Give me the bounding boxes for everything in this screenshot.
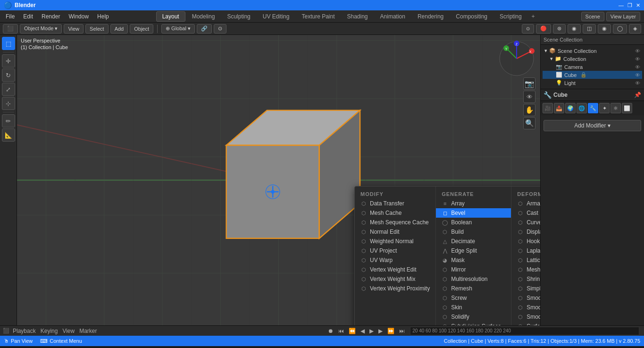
tab-uv-editing[interactable]: UV Editing: [257, 11, 295, 22]
prop-tab-object[interactable]: ⬜: [622, 103, 632, 113]
modifier-array[interactable]: ≡ Array: [436, 199, 511, 208]
scene-selector[interactable]: Scene: [581, 12, 604, 21]
tab-modeling[interactable]: Modeling: [186, 11, 221, 22]
prop-tab-render[interactable]: 🎥: [543, 103, 553, 113]
shading-rendered[interactable]: ◈: [629, 24, 641, 34]
modifier-curve[interactable]: ⬡ Curve: [511, 218, 540, 227]
next-keyframe-btn[interactable]: ⏩: [386, 328, 396, 334]
minimize-button[interactable]: —: [619, 2, 624, 8]
prop-tab-world[interactable]: 🌐: [577, 103, 587, 113]
modifier-decimate[interactable]: △ Decimate: [436, 237, 511, 246]
properties-pin[interactable]: 📌: [634, 92, 641, 98]
prop-tab-scene[interactable]: 🌍: [565, 103, 576, 113]
modifier-bevel[interactable]: ◻ Bevel: [436, 208, 511, 218]
cube-item[interactable]: ⬜ Cube 🔒 👁: [543, 71, 642, 79]
light-item[interactable]: 💡 Light 👁: [543, 79, 642, 87]
prop-tab-output[interactable]: 📤: [554, 103, 564, 113]
modifier-multiresolution[interactable]: ⬡ Multiresolution: [436, 274, 511, 284]
tool-select[interactable]: ⬚: [2, 37, 15, 50]
modifier-mask[interactable]: ◕ Mask: [436, 255, 511, 265]
view-layer-selector[interactable]: View Layer: [606, 12, 640, 21]
prev-keyframe-btn[interactable]: ⏪: [347, 328, 357, 334]
tool-measure[interactable]: 📐: [2, 128, 15, 142]
modifier-surface-deform[interactable]: ⬡ Surface Deform: [511, 322, 540, 325]
modifier-simple-deform[interactable]: ⬡ Simple Deform: [511, 284, 540, 293]
modifier-normal-edit[interactable]: ⬡ Normal Edit: [355, 227, 435, 237]
viewport-gizmo[interactable]: X Y Z: [498, 40, 535, 79]
gizmo-toggle[interactable]: ⊙: [522, 24, 534, 34]
editor-type[interactable]: ⬛: [3, 24, 18, 34]
modifier-mesh-cache[interactable]: ⬡ Mesh Cache: [355, 208, 435, 218]
transform-global[interactable]: ⊕ Global ▾: [161, 24, 195, 34]
modifier-vertex-weight-mix[interactable]: ⬡ Vertex Weight Mix: [355, 274, 435, 284]
modifier-remesh[interactable]: ⬡ Remesh: [436, 284, 511, 293]
modifier-smooth-laplacian[interactable]: ⬡ Smooth Laplacian: [511, 312, 540, 322]
timeline-ruler[interactable]: 20 40 60 80 100 120 140 160 180 200 220 …: [410, 327, 639, 335]
prop-tab-physics[interactable]: ⚛: [611, 103, 621, 113]
camera-item[interactable]: 📷 Camera 👁: [543, 63, 642, 71]
object-menu[interactable]: Object: [130, 24, 153, 34]
modifier-cast[interactable]: ⬡ Cast: [511, 208, 540, 218]
jump-start-btn[interactable]: ⏮: [337, 328, 345, 334]
jump-end-btn[interactable]: ⏭: [398, 328, 406, 334]
tool-scale[interactable]: ⤢: [2, 83, 15, 96]
xray-toggle[interactable]: ◉: [568, 24, 581, 34]
overlay-toggle[interactable]: ⊛: [553, 24, 566, 34]
shading-material[interactable]: ◯: [613, 24, 627, 34]
tool-annotate[interactable]: ✏: [2, 114, 15, 127]
modifier-weighted-normal[interactable]: ⬡ Weighted Normal: [355, 237, 435, 246]
modifier-mesh-seq-cache[interactable]: ⬡ Mesh Sequence Cache: [355, 218, 435, 227]
modifier-smooth-corrective[interactable]: ⬡ Smooth Corrective: [511, 303, 540, 312]
menu-render[interactable]: Render: [38, 12, 64, 21]
tool-transform[interactable]: ⊹: [2, 97, 15, 110]
tab-scripting[interactable]: Scripting: [494, 11, 527, 22]
shading-wire[interactable]: ◫: [583, 24, 596, 34]
view-menu-tl[interactable]: View: [61, 328, 76, 334]
prop-tab-particles[interactable]: ✦: [599, 103, 610, 113]
select-menu[interactable]: Select: [85, 24, 109, 34]
modifier-data-transfer[interactable]: ⬡ Data Transfer: [355, 199, 435, 208]
menu-edit[interactable]: Edit: [19, 12, 37, 21]
light-vis[interactable]: 👁: [635, 80, 640, 86]
shading-solid[interactable]: ◉: [598, 24, 611, 34]
modifier-vertex-weight-edit[interactable]: ⬡ Vertex Weight Edit: [355, 265, 435, 274]
keying-menu[interactable]: Keying: [39, 328, 59, 334]
viewport-shading[interactable]: 🔴: [536, 24, 551, 34]
tool-rotate[interactable]: ↻: [2, 68, 15, 82]
tab-add[interactable]: ＋: [528, 11, 538, 22]
perspective-btn[interactable]: 👁: [523, 91, 535, 103]
modifier-solidify[interactable]: ⬡ Solidify: [436, 312, 511, 322]
camera-vis[interactable]: 👁: [635, 64, 640, 70]
modifier-build[interactable]: ⬡ Build: [436, 227, 511, 237]
modifier-smooth[interactable]: ⬡ Smooth: [511, 293, 540, 303]
tab-rendering[interactable]: Rendering: [412, 11, 449, 22]
viewport[interactable]: User Perspective (1) Collection | Cube X…: [17, 35, 540, 325]
menu-file[interactable]: File: [2, 12, 18, 21]
camera-view-btn[interactable]: 📷: [523, 77, 535, 90]
maximize-button[interactable]: ❐: [627, 2, 632, 8]
modifier-uv-project[interactable]: ⬡ UV Project: [355, 246, 435, 255]
play-btn[interactable]: ▶: [368, 328, 375, 334]
modifier-mesh-deform[interactable]: ⬡ Mesh Deform: [511, 265, 540, 274]
menu-window[interactable]: Window: [65, 12, 92, 21]
modifier-edge-split[interactable]: ⋀ Edge Split: [436, 246, 511, 255]
collection-vis[interactable]: 👁: [635, 56, 640, 62]
hand-tool-btn[interactable]: ✋: [523, 104, 535, 116]
modifier-shrinkwrap[interactable]: ⬡ Shrinkwrap: [511, 274, 540, 284]
menu-help[interactable]: Help: [93, 12, 113, 21]
modifier-lattice[interactable]: ⬡ Lattice: [511, 255, 540, 265]
prop-tab-modifier-active[interactable]: 🔧: [588, 103, 598, 113]
add-modifier-button[interactable]: Add Modifier ▾: [544, 120, 641, 131]
record-btn[interactable]: ⏺: [326, 328, 335, 334]
marker-menu[interactable]: Marker: [78, 328, 98, 334]
modifier-boolean[interactable]: ◯ Boolean: [436, 218, 511, 227]
tab-sculpting[interactable]: Sculpting: [221, 11, 256, 22]
view-menu[interactable]: View: [64, 24, 84, 34]
tab-layout[interactable]: Layout: [156, 11, 185, 22]
modifier-laplacian-deform[interactable]: ⬡ Laplacian Deform: [511, 246, 540, 255]
tab-animation[interactable]: Animation: [375, 11, 411, 22]
close-button[interactable]: ✕: [636, 2, 640, 8]
modifier-screw[interactable]: ⬡ Screw: [436, 293, 511, 303]
next-frame-btn[interactable]: ▶: [377, 328, 384, 334]
modifier-mirror[interactable]: ⬡ Mirror: [436, 265, 511, 274]
